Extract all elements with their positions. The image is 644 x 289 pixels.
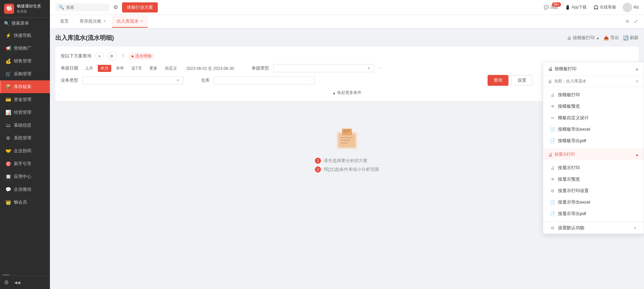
tab-home[interactable]: 首页 xyxy=(55,16,74,28)
export-icon: 📤 xyxy=(604,35,609,41)
tab-batch-account[interactable]: 库存批次账 × xyxy=(75,16,111,28)
filter-doc-type-select[interactable]: ▼ xyxy=(273,64,374,72)
username-label: Rit xyxy=(634,5,639,10)
current-context-chevron[interactable]: ▼ xyxy=(635,79,639,83)
dropdown-header-chevron[interactable]: ▲ xyxy=(635,67,639,71)
app-download-button[interactable]: 📱 App下载 xyxy=(565,4,587,10)
template-preview-icon: 👁 xyxy=(550,104,555,109)
step-2-text: 用[过滤]条件来缩小分析范围 xyxy=(324,166,379,173)
query-button[interactable]: 查询 xyxy=(488,75,508,86)
template-print-label: 按模板打印 xyxy=(573,35,595,41)
filter-selected-tag[interactable]: ● 流水明细 xyxy=(128,53,154,60)
marketing-icon: 📢 xyxy=(5,45,11,51)
sidebar-item-finance[interactable]: 💳 资金管理 xyxy=(0,93,50,106)
dropdown-template-export-excel[interactable]: 📄 按模板导出excel xyxy=(543,124,644,135)
tab-close-all-button[interactable]: ✕ xyxy=(624,18,630,25)
dropdown-title-label: 按模板打印 xyxy=(555,66,577,72)
dropdown-display-print[interactable]: 🖨 按显示打印 xyxy=(543,162,644,174)
dropdown-default-settings[interactable]: ⚙ 设置默认功能 ▼ xyxy=(543,222,644,234)
sidebar-item-collab[interactable]: 🤝 企业协同 xyxy=(0,144,50,157)
sidebar-item-label: 快捷导航 xyxy=(14,32,31,38)
filter-settings-icon-btn[interactable]: ⚙ xyxy=(108,52,116,60)
sidebar-item-sales[interactable]: 💰 销售管理 xyxy=(0,55,50,68)
dropdown-template-export-pdf[interactable]: 📄 按模板导出pdf xyxy=(543,135,644,147)
print-header-icon: 🖨 xyxy=(548,66,553,72)
filter-add-button[interactable]: + xyxy=(95,52,104,60)
display-excel-label: 按显示导出excel xyxy=(558,199,590,205)
date-shortcut-last-month[interactable]: 上月 xyxy=(82,65,96,72)
filter-date-label: 单据日期 xyxy=(61,65,78,71)
tab-expand-button[interactable]: ⤢ xyxy=(633,18,639,25)
date-shortcut-more[interactable]: 更多 xyxy=(147,65,160,72)
export-label: 导出 xyxy=(610,35,619,41)
notification-button[interactable]: 💬 消息 99+ xyxy=(544,4,558,10)
trial-industry-button[interactable]: 体验行业方案 xyxy=(122,2,158,12)
sidebar-item-app-center[interactable]: 🔲 应用中心 xyxy=(0,170,50,183)
page-actions: 🖨 按模板打印 ▲ 📤 导出 🔄 刷新 xyxy=(567,35,639,41)
customer-service-button[interactable]: 🎧 在线客服 xyxy=(593,4,616,10)
sidebar-settings-icon[interactable]: ⚙ xyxy=(4,279,9,286)
purchase-icon: 🛒 xyxy=(5,71,11,77)
template-excel-icon: 📄 xyxy=(550,127,555,132)
topbar-search-box[interactable]: 🔍 xyxy=(55,3,109,11)
export-button[interactable]: 📤 导出 xyxy=(604,35,619,41)
logo-icon: 畅 xyxy=(4,4,14,14)
dropdown-template-print[interactable]: 🖨 按模板打印 xyxy=(543,89,644,101)
tag-icon: ● xyxy=(131,53,134,59)
display-section-toggle[interactable]: ▲ xyxy=(635,153,639,157)
tab-home-label: 首页 xyxy=(60,18,69,24)
dropdown-display-print-settings[interactable]: ⚙ 按显示打印设置 xyxy=(543,185,644,196)
sidebar-item-system[interactable]: ⚙ 系统管理 xyxy=(0,132,50,144)
filter-settings-button[interactable]: 设置 xyxy=(511,75,533,86)
warehouse-more-icon: ··· xyxy=(308,78,311,82)
date-shortcut-this-year[interactable]: 本年 xyxy=(113,65,127,72)
topbar-gear-icon[interactable]: ⚙ xyxy=(113,4,118,10)
display-section-header[interactable]: 🖨 按显示打印 ▲ xyxy=(543,149,644,160)
dropdown-template-preview[interactable]: 👁 按模板预览 xyxy=(543,101,644,112)
dropdown-display-export-pdf[interactable]: 📄 按显示导出pdf xyxy=(543,208,644,219)
user-menu[interactable]: Rit xyxy=(623,3,639,12)
topbar-search-input[interactable] xyxy=(66,5,100,10)
display-excel-icon: 📄 xyxy=(550,200,555,205)
template-excel-label: 按模板导出excel xyxy=(558,126,590,132)
display-print-settings-icon: ⚙ xyxy=(550,188,555,193)
sidebar-item-basic[interactable]: 🗂 基础信息 xyxy=(0,119,50,132)
sidebar-item-vip[interactable]: 👑 畅会员 xyxy=(0,196,50,209)
filter-action-buttons: 查询 设置 xyxy=(488,75,533,86)
sidebar-item-inventory[interactable]: 📦 库存核算 xyxy=(0,80,50,93)
dropdown-display-export-excel[interactable]: 📄 按显示导出excel xyxy=(543,196,644,208)
sidebar-item-label: 采购管理 xyxy=(14,71,31,77)
date-shortcut-custom[interactable]: 自定义 xyxy=(162,65,180,72)
sidebar-item-guide[interactable]: 🎯 新手引导 xyxy=(0,157,50,170)
dropdown-template-custom[interactable]: ✏ 模板自定义设计 xyxy=(543,112,644,124)
date-shortcut-this-month[interactable]: 本月 xyxy=(98,65,111,72)
display-section-label: 按显示打印 xyxy=(555,152,575,157)
sidebar-item-operations[interactable]: 📊 经营管理 xyxy=(0,106,50,119)
topbar-right: 💬 消息 99+ 📱 App下载 🎧 在线客服 Rit xyxy=(544,3,639,12)
sidebar-search-menu[interactable]: 🔍 搜索菜单 xyxy=(0,18,50,29)
filter-scheme-row: 按以下方案查询 + ⚙ 《 ● 流水明细 xyxy=(61,52,633,60)
dropdown-display-preview[interactable]: 👁 按显示预览 xyxy=(543,174,644,185)
dropdown-title: 🖨 按模板打印 xyxy=(548,66,577,72)
sidebar-item-purchase[interactable]: 🛒 采购管理 xyxy=(0,68,50,80)
customer-service-label: 在线客服 xyxy=(600,4,616,10)
page-title-row: 出入库流水(流水明细) 🖨 按模板打印 ▲ 📤 导出 🔄 刷新 xyxy=(55,34,639,42)
collapse-more-button[interactable]: ▲ 收起更多条件 xyxy=(332,90,362,96)
sidebar-item-quick-nav[interactable]: ⚡ 快捷导航 xyxy=(0,29,50,42)
sidebar-collapse-icon[interactable]: ◀◀ xyxy=(14,280,20,285)
refresh-button[interactable]: 🔄 刷新 xyxy=(623,35,639,41)
sidebar-item-label: 畅会员 xyxy=(14,199,27,205)
filter-warehouse-select[interactable]: ··· xyxy=(214,76,315,84)
sidebar-item-marketing[interactable]: 📢 营销推广 xyxy=(0,42,50,55)
doc-type-more-icon[interactable]: ··· xyxy=(378,65,383,71)
tab-inventory-flow[interactable]: 出入库流水 × xyxy=(112,16,148,28)
tab-inventory-flow-close[interactable]: × xyxy=(141,19,143,24)
svg-point-7 xyxy=(348,130,350,132)
template-print-icon: 🖨 xyxy=(550,92,555,98)
filter-business-select[interactable]: ▼ xyxy=(82,76,183,84)
tab-batch-account-close[interactable]: × xyxy=(104,19,106,24)
sidebar-item-wechat[interactable]: 💬 企业微信 xyxy=(0,183,50,196)
filter-collapse-icon-btn[interactable]: 《 xyxy=(120,53,124,59)
template-print-button[interactable]: 🖨 按模板打印 ▲ xyxy=(567,35,599,41)
date-shortcut-last-7-days[interactable]: 近7天 xyxy=(129,65,145,72)
